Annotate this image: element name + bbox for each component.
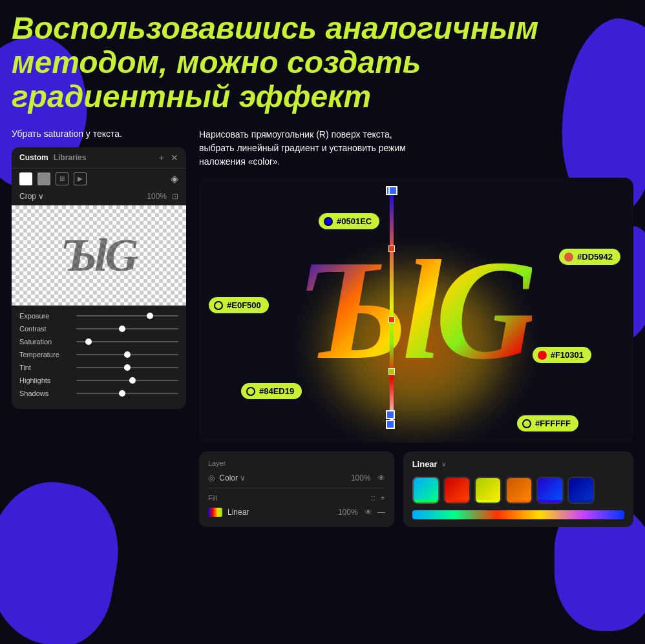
bottom-row: Layer ◎ Color ∨ 100% 👁 Fill ::: [199, 452, 633, 527]
swatch-5[interactable]: [536, 477, 564, 504]
add-icon[interactable]: +: [159, 152, 164, 163]
art-canvas: ЪlG #0501EC: [199, 178, 633, 442]
flame-art-text: ЪlG: [301, 239, 531, 381]
slider-thumb-contrast[interactable]: [119, 326, 125, 332]
handle-mid1[interactable]: [388, 245, 395, 252]
swatch-1[interactable]: [412, 477, 439, 504]
gradient-panel-header: Linear ∨: [412, 459, 624, 469]
color-pill-e0f500[interactable]: #E0F500: [209, 297, 269, 313]
handle-mid2[interactable]: [388, 317, 395, 323]
adjustment-row-contrast: Contrast: [19, 325, 178, 333]
adjustment-row-highlights: Highlights: [19, 377, 178, 384]
panel-toolbar: Custom Libraries + ✕: [12, 147, 186, 169]
slider-track-highlights[interactable]: [76, 380, 178, 381]
adj-label-contrast: Contrast: [19, 325, 71, 333]
left-panel: Убрать saturation у текста. Custom Libra…: [12, 128, 186, 409]
swatch-2[interactable]: [443, 477, 471, 504]
preview-area: ЪlG: [12, 205, 186, 306]
swatch-4[interactable]: [505, 477, 533, 504]
right-panel: Нарисовать прямоугольник (R) поверх текс…: [199, 128, 633, 527]
right-instruction: Нарисовать прямоугольник (R) поверх текс…: [199, 128, 419, 169]
adj-label-highlights: Highlights: [19, 377, 71, 384]
type-icons-row: ⊞ ▶ ◈: [12, 169, 186, 189]
color-pill-dd5942[interactable]: #DD5942: [559, 249, 620, 265]
color-pill-ffffff[interactable]: #FFFFFF: [517, 415, 578, 431]
slider-track-shadows[interactable]: [76, 393, 178, 394]
gradient-panel-title: Linear: [412, 459, 438, 469]
left-instruction: Убрать saturation у текста.: [12, 128, 186, 141]
handle-bottom-left[interactable]: [386, 410, 395, 419]
swatch-indicator-3: [476, 500, 500, 503]
minus-icon[interactable]: —: [377, 508, 385, 517]
slider-track-temperature[interactable]: [76, 354, 178, 355]
figma-panel: Custom Libraries + ✕ ⊞ ▶ ◈: [12, 147, 186, 409]
slider-track-tint[interactable]: [76, 367, 178, 368]
linear-row: Linear 100% 👁 —: [208, 508, 385, 517]
pill-label-84ed19: #84ED19: [259, 386, 294, 396]
crop-row: Crop ∨ 100% ⊡: [12, 189, 186, 205]
grid-icon[interactable]: ::: [371, 493, 375, 503]
image-icon[interactable]: ⊞: [56, 172, 69, 185]
slider-track-contrast[interactable]: [76, 328, 178, 329]
layer-color-row: ◎ Color ∨ 100% 👁: [208, 473, 385, 483]
plus-icon[interactable]: +: [381, 493, 385, 503]
close-icon[interactable]: ✕: [171, 152, 178, 163]
color-pill-84ed19[interactable]: #84ED19: [241, 383, 302, 399]
crop-percent: 100%: [147, 192, 167, 201]
play-icon[interactable]: ▶: [74, 172, 87, 185]
pill-label-f10301: #F10301: [551, 350, 584, 360]
handle-top-right[interactable]: [388, 186, 397, 195]
chevron-down-icon[interactable]: ∨: [441, 461, 446, 468]
slider-thumb-saturation[interactable]: [85, 338, 92, 345]
linear-label: Linear: [227, 508, 338, 517]
swatch-indicator-2: [445, 500, 469, 503]
color-pill-0501ec[interactable]: #0501EC: [319, 213, 379, 229]
pill-ring-e0f500: [214, 301, 223, 310]
color-dot-icon: ◎: [208, 473, 215, 483]
white-square-icon[interactable]: [19, 172, 32, 185]
pill-ring-84ed19: [246, 387, 255, 396]
fill-visibility-icon[interactable]: 👁: [365, 508, 372, 517]
pill-label-ffffff: #FFFFFF: [535, 419, 571, 428]
slider-thumb-highlights[interactable]: [129, 377, 136, 384]
adj-label-saturation: Saturation: [19, 338, 71, 346]
slider-thumb-shadows[interactable]: [119, 390, 125, 397]
tab-libraries[interactable]: Libraries: [54, 153, 87, 162]
adj-label-exposure: Exposure: [19, 312, 71, 320]
crop-label[interactable]: Crop ∨: [19, 192, 44, 201]
page-title: Воспользовавшись аналогичным методом, мо…: [12, 12, 542, 114]
slider-track-saturation[interactable]: [76, 341, 178, 342]
expand-icon[interactable]: ⊡: [172, 192, 178, 201]
slider-thumb-tint[interactable]: [124, 364, 131, 371]
preview-art-text: ЪlG: [62, 229, 136, 282]
gray-square-icon[interactable]: [37, 172, 50, 185]
layer-title: Layer: [208, 459, 385, 467]
slider-thumb-temperature[interactable]: [124, 351, 131, 358]
linear-percent: 100%: [338, 508, 358, 517]
swatch-3[interactable]: [474, 477, 502, 504]
layer-panel: Layer ◎ Color ∨ 100% 👁 Fill ::: [199, 452, 394, 527]
adj-label-temperature: Temperature: [19, 351, 71, 358]
visibility-icon[interactable]: 👁: [377, 473, 385, 483]
gradient-bar: [412, 510, 624, 519]
adjustment-row-exposure: Exposure: [19, 312, 178, 320]
dropper-icon[interactable]: ◈: [171, 172, 178, 185]
pill-dot-f10301: [538, 351, 547, 360]
slider-track-exposure[interactable]: [76, 315, 178, 317]
adjustment-row-saturation: Saturation: [19, 338, 178, 346]
handle-mid3[interactable]: [388, 368, 395, 375]
pill-label-dd5942: #DD5942: [577, 252, 613, 262]
swatch-indicator-4: [507, 500, 531, 503]
tab-custom[interactable]: Custom: [19, 153, 48, 162]
swatch-6[interactable]: [567, 477, 595, 504]
adj-label-shadows: Shadows: [19, 390, 71, 397]
handle-bottom-right[interactable]: [386, 420, 395, 429]
adjustments-panel: ExposureContrastSaturationTemperatureTin…: [12, 306, 186, 409]
pill-ring-ffffff: [522, 419, 531, 428]
color-pill-f10301[interactable]: #F10301: [533, 347, 591, 363]
slider-thumb-exposure[interactable]: [147, 313, 153, 319]
pill-dot-0501ec: [324, 217, 333, 226]
swatch-indicator-1: [414, 500, 438, 503]
gradient-swatches: [412, 477, 624, 504]
pill-dot-dd5942: [564, 253, 573, 262]
